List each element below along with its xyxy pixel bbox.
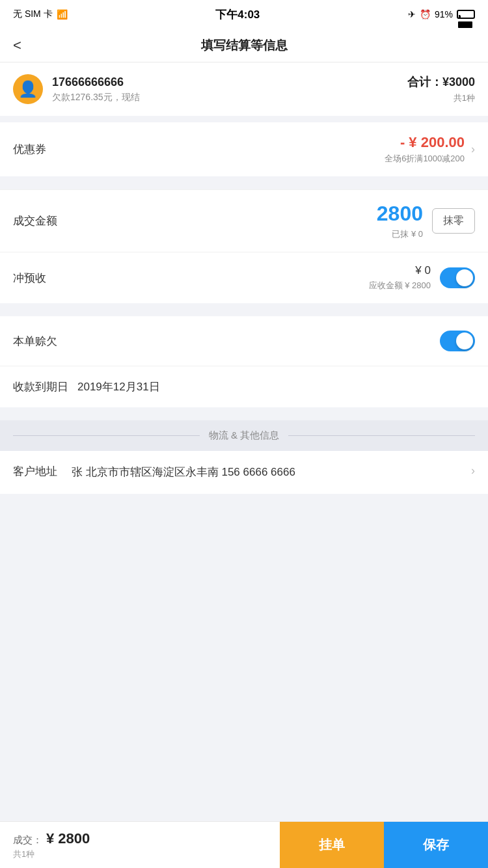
bottom-amount: ¥ 2800 [46, 830, 90, 847]
address-card: 客户地址 张 北京市市辖区海淀区永丰南 156 6666 6666 › [0, 451, 488, 494]
logistics-line-right [288, 435, 475, 436]
address-value: 张 北京市市辖区海淀区永丰南 156 6666 6666 [72, 464, 465, 481]
debt-row: 本单赊欠 [0, 316, 488, 366]
prereceive-row: 冲预收 ¥ 0 应收金额 ¥ 2800 [0, 252, 488, 303]
section-divider-2 [0, 310, 488, 316]
pending-button[interactable]: 挂单 [280, 822, 384, 869]
debt-card: 本单赊欠 收款到期日 2019年12月31日 [0, 316, 488, 407]
coupon-desc: 全场6折满1000减200 [385, 153, 465, 165]
debt-toggle-thumb [456, 332, 473, 349]
coupon-card: 优惠券 - ¥ 200.00 全场6折满1000减200 › [0, 122, 488, 176]
bottom-label: 成交： [13, 834, 42, 847]
wifi-icon: 📶 [57, 9, 68, 20]
back-button[interactable]: < [13, 34, 27, 57]
duedate-label: 收款到期日 [13, 379, 68, 394]
customer-sub: 欠款1276.35元，现结 [52, 92, 407, 103]
prereceive-amount: ¥ 0 [415, 264, 431, 277]
customer-row: 👤 17666666666 欠款1276.35元，现结 合计：¥3000 共1种 [0, 62, 488, 116]
duedate-value: 2019年12月31日 [77, 379, 160, 394]
battery-icon [457, 10, 475, 19]
total-amount: 合计：¥3000 [407, 74, 475, 90]
deal-sub: 已抹 ¥ 0 [392, 228, 423, 240]
customer-phone: 17666666666 [52, 75, 407, 89]
status-time: 下午4:03 [215, 7, 260, 22]
battery-percent: 91% [435, 9, 453, 20]
debt-label: 本单赊欠 [13, 334, 440, 349]
deal-amount: 2800 [377, 202, 423, 226]
prereceive-mid: ¥ 0 应收金额 ¥ 2800 [72, 264, 431, 292]
status-bar: 无 SIM 卡 📶 下午4:03 ✈ ⏰ 91% [0, 0, 488, 29]
prereceive-label: 冲预收 [13, 271, 72, 286]
bottom-summary-top: 成交： ¥ 2800 [13, 830, 267, 847]
duedate-row: 收款到期日 2019年12月31日 [0, 366, 488, 407]
bottom-bar: 成交： ¥ 2800 共1种 挂单 保存 [0, 821, 488, 868]
customer-total: 合计：¥3000 共1种 [407, 74, 475, 104]
address-label: 客户地址 [13, 464, 65, 479]
total-sub: 共1种 [407, 92, 475, 104]
coupon-arrow: › [471, 142, 475, 156]
status-right: ✈ ⏰ 91% [408, 9, 475, 20]
coupon-row[interactable]: 优惠券 - ¥ 200.00 全场6折满1000减200 › [0, 122, 488, 176]
status-left: 无 SIM 卡 📶 [13, 8, 68, 20]
round-off-button[interactable]: 抹零 [432, 208, 475, 234]
deal-row: 成交金额 2800 已抹 ¥ 0 抹零 [0, 189, 488, 252]
logistics-divider: 物流 & 其他信息 [0, 420, 488, 451]
save-button[interactable]: 保存 [384, 822, 488, 869]
bottom-summary: 成交： ¥ 2800 共1种 [0, 830, 280, 860]
customer-info: 17666666666 欠款1276.35元，现结 [52, 75, 407, 103]
prereceive-sub: 应收金额 ¥ 2800 [369, 280, 431, 292]
nav-bar: < 填写结算等信息 [0, 29, 488, 62]
debt-toggle[interactable] [440, 331, 475, 351]
address-row[interactable]: 客户地址 张 北京市市辖区海淀区永丰南 156 6666 6666 › [0, 451, 488, 494]
deal-label: 成交金额 [13, 213, 72, 228]
section-divider-1 [0, 183, 488, 189]
customer-card: 👤 17666666666 欠款1276.35元，现结 合计：¥3000 共1种 [0, 62, 488, 116]
avatar-icon: 👤 [18, 80, 38, 98]
bottom-sub: 共1种 [13, 848, 267, 860]
total-value: ¥3000 [442, 75, 475, 88]
address-arrow: › [471, 464, 475, 478]
section-divider-3 [0, 414, 488, 420]
logistics-text: 物流 & 其他信息 [209, 429, 279, 442]
alarm-icon: ⏰ [420, 9, 431, 20]
total-label: 合计： [407, 75, 442, 88]
coupon-label: 优惠券 [13, 142, 46, 157]
logistics-line-left [13, 435, 200, 436]
avatar: 👤 [13, 74, 43, 104]
coupon-amount: - ¥ 200.00 [400, 134, 465, 151]
deal-right: 2800 已抹 ¥ 0 抹零 [72, 202, 475, 240]
deal-value-group: 2800 已抹 ¥ 0 [377, 202, 423, 240]
prereceive-toggle-thumb [456, 269, 473, 286]
sim-status: 无 SIM 卡 [13, 8, 53, 20]
prereceive-toggle[interactable] [440, 267, 475, 288]
coupon-right: - ¥ 200.00 全场6折满1000减200 [46, 134, 465, 165]
deal-card: 成交金额 2800 已抹 ¥ 0 抹零 冲预收 ¥ 0 应收金额 ¥ 2800 [0, 189, 488, 303]
bottom-fill [0, 500, 488, 591]
page-title: 填写结算等信息 [201, 37, 288, 54]
location-icon: ✈ [408, 9, 416, 20]
